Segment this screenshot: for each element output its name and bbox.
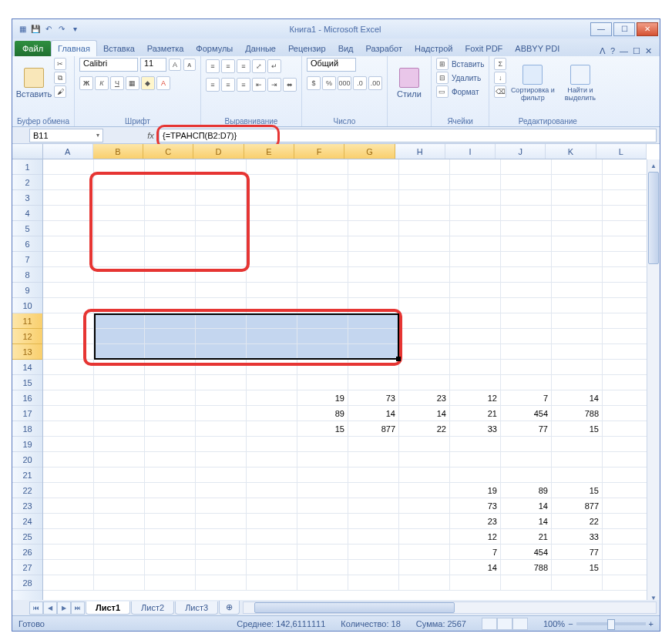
cell[interactable]: 23 [399, 390, 450, 406]
cell[interactable]: 77 [501, 421, 552, 437]
cell[interactable]: 19 [450, 483, 501, 498]
row-header[interactable]: 5 [12, 221, 42, 236]
cell[interactable] [399, 252, 450, 267]
cell[interactable] [94, 159, 145, 175]
align-left-icon[interactable]: ≡ [206, 78, 220, 92]
cell[interactable]: 12 [450, 390, 501, 406]
view-pagebreak-icon[interactable] [512, 618, 528, 630]
cell[interactable] [145, 467, 196, 483]
cell[interactable] [552, 236, 603, 252]
cell[interactable] [43, 421, 94, 437]
hscroll-thumb[interactable] [254, 602, 455, 613]
cell[interactable] [196, 498, 247, 514]
cell[interactable] [501, 190, 552, 206]
increase-indent-icon[interactable]: ⇥ [267, 78, 281, 92]
row-header[interactable]: 11 [12, 313, 42, 329]
cell[interactable] [247, 221, 297, 236]
cell[interactable] [297, 283, 348, 298]
cell[interactable] [43, 390, 94, 406]
cell[interactable] [297, 498, 348, 514]
cell[interactable] [43, 545, 94, 560]
cell[interactable] [247, 514, 297, 529]
cell[interactable] [552, 190, 603, 206]
cell[interactable] [501, 159, 552, 175]
column-header[interactable]: G [344, 144, 395, 159]
cell[interactable] [348, 452, 399, 467]
cell[interactable]: 22 [399, 421, 450, 437]
cell[interactable] [247, 360, 297, 375]
cell[interactable] [297, 175, 348, 190]
cell[interactable] [450, 575, 501, 591]
cell[interactable] [94, 313, 145, 329]
currency-icon[interactable]: $ [307, 76, 321, 90]
cell[interactable] [348, 545, 399, 560]
cell[interactable] [145, 221, 196, 236]
cell[interactable] [348, 344, 399, 360]
fill-icon[interactable]: ↓ [494, 72, 506, 84]
cell[interactable] [43, 498, 94, 514]
cell[interactable] [247, 467, 297, 483]
row-header[interactable]: 26 [12, 545, 42, 560]
cell[interactable] [501, 267, 552, 283]
cell[interactable] [43, 575, 94, 591]
row-header[interactable]: 10 [12, 298, 42, 313]
cell[interactable]: 14 [399, 406, 450, 421]
bold-icon[interactable]: Ж [79, 76, 93, 90]
cell[interactable]: 7 [501, 390, 552, 406]
cell[interactable] [297, 529, 348, 545]
tab-layout[interactable]: Разметка [141, 41, 190, 56]
undo-icon[interactable]: ↶ [43, 24, 54, 35]
cell[interactable] [297, 252, 348, 267]
tab-data[interactable]: Данные [239, 41, 282, 56]
cell[interactable]: 14 [552, 390, 603, 406]
cell[interactable] [399, 190, 450, 206]
doc-restore-icon[interactable]: ☐ [633, 46, 640, 56]
cell[interactable] [552, 313, 603, 329]
tab-foxit[interactable]: Foxit PDF [459, 41, 509, 56]
cell[interactable] [247, 406, 297, 421]
cell[interactable] [348, 252, 399, 267]
sheet-tab-2[interactable]: Лист2 [131, 601, 174, 615]
cell[interactable] [43, 375, 94, 390]
vscroll-thumb[interactable] [648, 172, 659, 264]
cell[interactable] [43, 313, 94, 329]
row-header[interactable]: 1 [12, 159, 42, 175]
cell[interactable]: 15 [552, 560, 603, 575]
cell[interactable] [297, 560, 348, 575]
cell[interactable] [552, 329, 603, 344]
cell[interactable] [94, 175, 145, 190]
cell[interactable] [348, 560, 399, 575]
cell[interactable] [501, 313, 552, 329]
row-header[interactable]: 7 [12, 252, 42, 267]
cell[interactable] [399, 498, 450, 514]
column-header[interactable]: C [143, 144, 193, 159]
font-color-icon[interactable]: A [156, 76, 170, 90]
cell[interactable] [196, 452, 247, 467]
save-icon[interactable]: 💾 [30, 24, 41, 35]
cell[interactable]: 15 [552, 421, 603, 437]
column-header[interactable]: D [193, 144, 244, 159]
cell[interactable] [552, 298, 603, 313]
percent-icon[interactable]: % [322, 76, 336, 90]
cell[interactable]: 15 [297, 421, 348, 437]
cell[interactable] [297, 575, 348, 591]
cell[interactable] [145, 483, 196, 498]
cell[interactable]: 14 [450, 560, 501, 575]
align-right-icon[interactable]: ≡ [237, 78, 250, 92]
cell[interactable] [196, 483, 247, 498]
close-button[interactable]: ✕ [637, 22, 658, 36]
cell[interactable] [501, 344, 552, 360]
cell[interactable] [297, 267, 348, 283]
cell[interactable]: 73 [348, 390, 399, 406]
cell[interactable] [145, 514, 196, 529]
cell[interactable] [348, 236, 399, 252]
cell[interactable] [297, 437, 348, 452]
cell[interactable] [297, 452, 348, 467]
cell[interactable] [552, 206, 603, 221]
cell[interactable] [145, 267, 196, 283]
cell[interactable] [501, 283, 552, 298]
row-header[interactable]: 20 [12, 452, 42, 467]
cell[interactable] [196, 514, 247, 529]
cell[interactable] [145, 175, 196, 190]
redo-icon[interactable]: ↷ [56, 24, 67, 35]
